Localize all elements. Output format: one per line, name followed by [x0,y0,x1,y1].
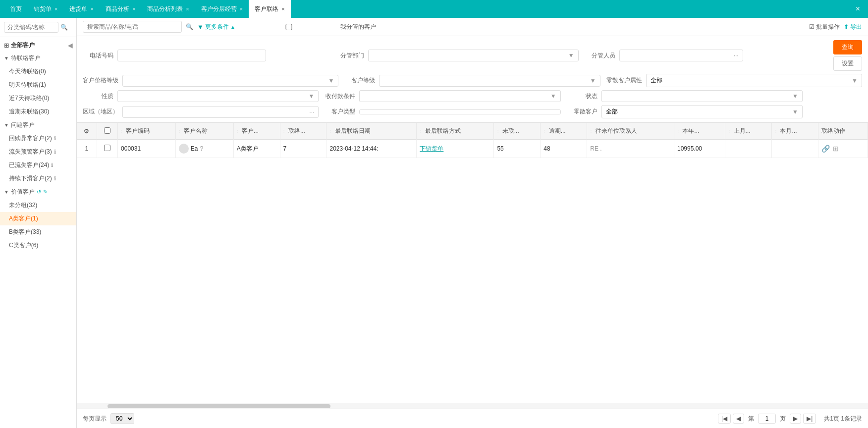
sidebar-item-churned[interactable]: 已流失客户(24) ℹ [0,159,76,172]
nav-customer-segment[interactable]: 客户分层经营 × [195,0,249,18]
col-not-contacted-header[interactable]: :未联... [494,123,541,140]
sidebar-group-value[interactable]: ▼ 价值客户 ↺ ✎ [0,185,76,199]
sidebar-item-churn-warning[interactable]: 流失预警客户(3) ℹ [0,145,76,159]
col-level-header[interactable]: :客户... [233,123,280,140]
nav-customer-segment-close[interactable]: × [240,6,243,12]
filter-search-icon[interactable]: 🔍 [186,23,193,30]
retail-attr-select[interactable]: 全部 ▼ [646,74,862,87]
nav-customer-contact[interactable]: 客户联络 × [249,0,290,18]
dept-select[interactable]: ▼ [368,50,578,61]
nature-select[interactable]: ▼ [117,90,319,102]
person-select[interactable]: ··· [619,50,743,61]
col-this-month-header[interactable]: :本月... [772,123,818,140]
col-code-header[interactable]: :客户编码 [118,123,176,140]
select-all-checkbox[interactable] [104,127,110,134]
retail-customer-caret-icon: ▼ [792,108,798,115]
content-area: 🔍 ▼ 更多条件 ▲ 我分管的客户 ☑ 批量操作 ⬆ 导出 [77,18,868,428]
col-overdue-header[interactable]: :逾期... [541,123,587,140]
nav-analysis-list-close[interactable]: × [186,6,189,12]
phone-input[interactable] [117,50,266,61]
sidebar-item-declining[interactable]: 持续下滑客户(2) ℹ [0,172,76,185]
sidebar-item-today[interactable]: 今天待联络(0) [0,65,76,78]
sidebar-item-c-class[interactable]: C类客户(6) [0,239,76,252]
settings-button[interactable]: 设置 [833,56,862,71]
row-this-month-amount [772,140,818,158]
sidebar-group-pending[interactable]: ▼ 待联络客户 [0,52,76,65]
row-action-grid-icon[interactable]: ⊞ [833,145,839,153]
nav-close-all-button[interactable]: × [852,4,864,13]
edit-icon[interactable]: ✎ [43,189,48,195]
sidebar-all-customers[interactable]: ⊞ 全部客户 ◀ [0,37,76,52]
batch-ops-button[interactable]: ☑ 批量操作 [809,23,840,31]
sidebar-search-area: 🔍 [0,18,76,37]
gear-icon[interactable]: ⚙ [84,128,89,135]
filter-more-button[interactable]: ▼ 更多条件 ▲ [197,23,235,31]
advanced-filter: 电话号码 分管部门 ▼ 分管人员 ··· [77,36,868,123]
price-level-select[interactable]: ▼ [122,75,338,87]
col-year-header[interactable]: :本年... [674,123,725,140]
status-select[interactable]: ▼ [601,90,803,102]
page-prev-button[interactable]: ◀ [733,414,744,424]
nav-sales[interactable]: 销货单 × [28,0,63,18]
filter-person: 分管人员 ··· [585,50,829,61]
sidebar-item-tomorrow[interactable]: 明天待联络(1) [0,78,76,92]
nav-analysis-close[interactable]: × [132,6,135,12]
region-select[interactable]: ··· [122,106,319,118]
sidebar-search-input[interactable] [4,22,58,33]
col-last-month-header[interactable]: :上月... [725,123,772,140]
row-checkbox[interactable] [104,145,110,151]
per-page-select[interactable]: 50 [110,413,134,424]
arrow-down-icon: ▼ [4,55,9,61]
my-customers-filter[interactable]: 我分管的客户 [239,23,376,31]
sidebar-collapse-icon[interactable]: ◀ [68,42,72,49]
sidebar-group-problem[interactable]: ▼ 问题客户 [0,118,76,132]
filter-customer-type: 客户类型 [325,107,560,116]
sidebar-item-b-class[interactable]: B类客户(33) [0,225,76,239]
table-row: 1 000031 Ea ? [77,140,868,158]
payment-caret-icon: ▼ [550,93,556,100]
table-footer: 每页显示 50 |◀ ◀ 第 页 ▶ ▶| 共1页 1条记录 [77,409,868,428]
row-year-amount: 10995.00 [674,140,725,158]
row-not-contacted: 55 [494,140,541,158]
page-first-button[interactable]: |◀ [718,414,731,424]
sidebar-item-repurchase[interactable]: 回购异常客户(2) ℹ [0,132,76,145]
my-customers-checkbox[interactable] [239,24,338,30]
page-number-input[interactable] [758,414,776,424]
nav-home[interactable]: 首页 [4,0,28,18]
customer-type-select[interactable] [359,109,560,114]
nav-purchase-close[interactable]: × [90,6,93,12]
filter-price-level: 客户价格等级 ▼ [83,75,338,87]
sidebar-search-icon[interactable]: 🔍 [60,24,68,31]
sidebar-item-ungroup[interactable]: 未分组(32) [0,199,76,212]
col-name-header[interactable]: :客户名称 [175,123,233,140]
nav-customer-contact-close[interactable]: × [281,6,284,12]
row-action-link-icon[interactable]: 🔗 [821,145,830,153]
refresh-icon[interactable]: ↺ [37,189,41,195]
nav-analysis-list[interactable]: 商品分析列表 × [141,0,195,18]
nav-purchase[interactable]: 进货单 × [63,0,99,18]
sidebar-item-overdue[interactable]: 逾期未联络(30) [0,105,76,118]
row-level: A类客户 [233,140,280,158]
col-last-method-header[interactable]: :最后联络方式 [417,123,494,140]
search-input[interactable] [83,21,182,33]
filter-nature: 性质 ▼ [83,90,319,102]
scroll-thumb[interactable] [108,404,330,408]
page-next-button[interactable]: ▶ [790,414,801,424]
horizontal-scrollbar[interactable] [77,403,868,409]
retail-customer-select[interactable]: 全部 ▼ [601,105,803,118]
row-unit-contact: RE . [587,140,674,158]
page-last-button[interactable]: ▶| [803,414,816,424]
export-button[interactable]: ⬆ 导出 [844,23,862,31]
nav-sales-close[interactable]: × [54,6,57,12]
sidebar-item-7days[interactable]: 近7天待联络(0) [0,92,76,105]
nav-analysis[interactable]: 商品分析 × [100,0,141,18]
row-last-month-amount [725,140,772,158]
customer-level-select[interactable]: ▼ [379,75,600,87]
query-button[interactable]: 查询 [833,40,862,54]
sidebar: 🔍 ⊞ 全部客户 ◀ ▼ 待联络客户 今天待联络(0) 明天待联络(1) 近7天… [0,18,77,428]
sidebar-item-a-class[interactable]: A类客户(1) [0,212,76,225]
col-unit-contact-header[interactable]: :往来单位联系人 [587,123,674,140]
payment-select[interactable]: ▼ [359,90,560,102]
col-contact-header[interactable]: :联络... [280,123,326,140]
col-last-date-header[interactable]: :最后联络日期 [326,123,417,140]
